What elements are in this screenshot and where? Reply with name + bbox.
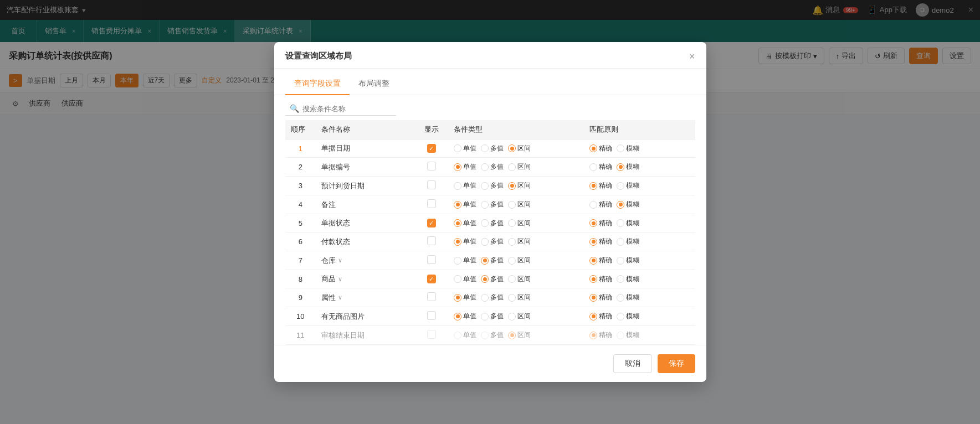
match-radio-item[interactable]: 精确 <box>589 181 612 190</box>
match-radio-item[interactable]: 模糊 <box>617 312 639 321</box>
type-radio-item[interactable]: 多值 <box>481 275 504 284</box>
match-radio-item[interactable]: 精确 <box>589 293 612 302</box>
radio-label: 精确 <box>599 330 612 340</box>
tab-layout[interactable]: 布局调整 <box>350 75 398 95</box>
match-radio-item[interactable]: 模糊 <box>617 275 639 284</box>
display-checkbox[interactable] <box>427 219 436 227</box>
condition-name: 付款状态 <box>321 237 409 247</box>
save-btn[interactable]: 保存 <box>658 354 695 373</box>
type-radio-item[interactable]: 多值 <box>481 144 504 153</box>
match-radio-item[interactable]: 精确 <box>589 256 612 265</box>
match-radio-item[interactable]: 模糊 <box>617 330 639 340</box>
type-radio-item[interactable]: 区间 <box>508 330 531 340</box>
type-radio-item[interactable]: 多值 <box>481 219 504 228</box>
radio-label: 精确 <box>599 237 612 246</box>
type-radio-item[interactable]: 单值 <box>454 144 476 153</box>
order-number: 2 <box>299 163 302 171</box>
type-radio-item[interactable]: 多值 <box>481 312 504 321</box>
th-name: 条件名称 <box>316 120 414 139</box>
type-radio-item[interactable]: 多值 <box>481 293 504 302</box>
match-radio-item[interactable]: 精确 <box>589 144 612 153</box>
match-radio-item[interactable]: 精确 <box>589 162 612 172</box>
type-radio-item[interactable]: 单值 <box>454 330 476 340</box>
type-radio-item[interactable]: 单值 <box>454 256 476 265</box>
cell-type: 单值多值区间 <box>448 214 584 232</box>
type-radio-item[interactable]: 多值 <box>481 330 504 340</box>
display-checkbox[interactable] <box>427 236 436 245</box>
search-input[interactable] <box>302 105 391 113</box>
radio-label: 模糊 <box>626 181 639 190</box>
type-radio-item[interactable]: 多值 <box>481 181 504 190</box>
match-radio-item[interactable]: 精确 <box>589 330 612 340</box>
type-radio-item[interactable]: 多值 <box>481 256 504 265</box>
display-checkbox[interactable] <box>427 330 436 339</box>
cell-display <box>414 326 448 345</box>
match-radio-item[interactable]: 模糊 <box>617 293 639 302</box>
display-checkbox[interactable] <box>427 199 436 208</box>
cell-type: 单值多值区间 <box>448 158 584 177</box>
display-checkbox[interactable] <box>427 275 436 283</box>
match-radio-item[interactable]: 模糊 <box>617 200 639 209</box>
cell-match: 精确模糊 <box>584 177 695 195</box>
match-radio-item[interactable]: 模糊 <box>617 144 639 153</box>
type-radio-item[interactable]: 多值 <box>481 237 504 246</box>
dialog-close-btn[interactable]: × <box>689 51 695 61</box>
type-radio-item[interactable]: 单值 <box>454 181 476 190</box>
type-radio-item[interactable]: 单值 <box>454 237 476 246</box>
type-radio-item[interactable]: 单值 <box>454 275 476 284</box>
match-radio-item[interactable]: 模糊 <box>617 219 639 228</box>
display-checkbox[interactable] <box>427 162 436 170</box>
cell-order: 3 <box>285 177 316 195</box>
match-radio-item[interactable]: 精确 <box>589 219 612 228</box>
type-radio-group: 单值多值区间 <box>454 144 578 153</box>
type-radio-item[interactable]: 单值 <box>454 162 476 172</box>
display-checkbox[interactable] <box>427 292 436 301</box>
type-radio-item[interactable]: 区间 <box>508 162 531 172</box>
match-radio-item[interactable]: 精确 <box>589 237 612 246</box>
order-number: 7 <box>299 256 302 265</box>
match-radio-item[interactable]: 精确 <box>589 275 612 284</box>
cell-order: 11 <box>285 326 316 345</box>
settings-dialog: 设置查询区域布局 × 查询字段设置 布局调整 🔍 <box>274 42 706 382</box>
match-radio-item[interactable]: 模糊 <box>617 256 639 265</box>
match-radio-item[interactable]: 精确 <box>589 312 612 321</box>
type-radio-group: 单值多值区间 <box>454 312 578 321</box>
type-radio-item[interactable]: 单值 <box>454 200 476 209</box>
type-radio-item[interactable]: 多值 <box>481 200 504 209</box>
type-radio-item[interactable]: 区间 <box>508 293 531 302</box>
type-radio-item[interactable]: 单值 <box>454 293 476 302</box>
type-radio-item[interactable]: 区间 <box>508 144 531 153</box>
cell-type: 单值多值区间 <box>448 288 584 307</box>
display-checkbox[interactable] <box>427 311 436 320</box>
type-radio-item[interactable]: 区间 <box>508 237 531 246</box>
th-type: 条件类型 <box>448 120 584 139</box>
radio-label: 区间 <box>517 293 531 302</box>
type-radio-item[interactable]: 区间 <box>508 312 531 321</box>
radio-label: 单值 <box>463 181 476 190</box>
cancel-btn[interactable]: 取消 <box>613 354 652 373</box>
type-radio-item[interactable]: 区间 <box>508 275 531 284</box>
type-radio-item[interactable]: 单值 <box>454 219 476 228</box>
dialog-search-area: 🔍 <box>274 95 706 120</box>
cell-display <box>414 307 448 326</box>
match-radio-item[interactable]: 模糊 <box>617 237 639 246</box>
tab-query-fields[interactable]: 查询字段设置 <box>285 75 350 95</box>
type-radio-item[interactable]: 多值 <box>481 162 504 172</box>
type-radio-item[interactable]: 区间 <box>508 200 531 209</box>
radio-label: 多值 <box>490 162 504 172</box>
match-radio-item[interactable]: 模糊 <box>617 181 639 190</box>
radio-circle <box>454 275 461 283</box>
main-page: 汽车配件行业模板账套 ▾ 🔔 消息 99+ 📱 App下载 D demo2 × <box>0 0 980 424</box>
type-radio-item[interactable]: 区间 <box>508 219 531 228</box>
radio-label: 单值 <box>463 293 476 302</box>
display-checkbox[interactable] <box>427 180 436 189</box>
type-radio-item[interactable]: 单值 <box>454 312 476 321</box>
type-radio-item[interactable]: 区间 <box>508 181 531 190</box>
match-radio-item[interactable]: 精确 <box>589 200 612 209</box>
radio-label: 区间 <box>517 312 531 321</box>
display-checkbox[interactable] <box>427 144 436 153</box>
type-radio-item[interactable]: 区间 <box>508 256 531 265</box>
display-checkbox[interactable] <box>427 255 436 264</box>
match-radio-item[interactable]: 模糊 <box>617 162 639 172</box>
radio-label: 区间 <box>517 330 531 340</box>
